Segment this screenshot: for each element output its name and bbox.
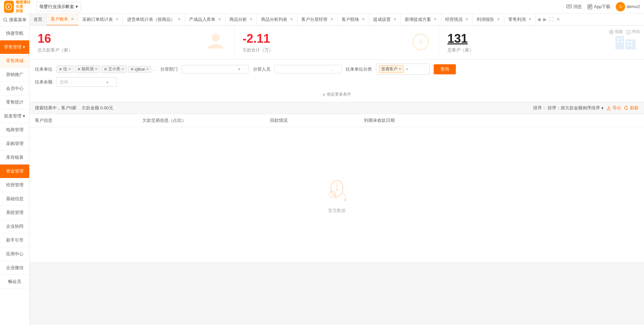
filter-row-2: 往来余额 选择... ▾	[35, 77, 639, 87]
sidebar-item-purchase[interactable]: 采购管理	[0, 137, 29, 151]
svg-rect-18	[627, 41, 629, 43]
stats-row: 16 总欠款客户（家） -2.11 欠款合计（万）	[30, 26, 644, 60]
stats-top-right: 视频 ? 帮助	[609, 29, 640, 35]
sidebar-item-operation[interactable]: 经营管理	[0, 178, 29, 192]
remove-unit-tag-3[interactable]: ✕	[146, 67, 149, 71]
manager-more[interactable]: ...	[330, 67, 333, 72]
message-icon	[566, 4, 572, 9]
sidebar-item-basic[interactable]: 基础信息	[0, 192, 29, 206]
tab-profit-report[interactable]: 利润报告 ✕	[473, 13, 504, 26]
tab-stock-stats[interactable]: 进货单统计表（按商品） ✕	[123, 13, 185, 26]
app-download-button[interactable]: App下载	[587, 4, 610, 10]
tab-maximize[interactable]: ⛶	[548, 17, 555, 22]
sidebar-item-member-vip[interactable]: 畅会员	[0, 275, 29, 289]
svg-marker-23	[611, 31, 613, 33]
remove-unit-tag-2[interactable]: ✕	[121, 67, 124, 71]
tab-bar: 首页 客户账本 ✕ 采购订单统计表 ✕ 进货单统计表（按商品） ✕ 产成品入库单…	[30, 13, 644, 26]
tab-close-icon[interactable]: ✕	[434, 17, 437, 22]
sidebar-item-app-center[interactable]: 应用中心	[0, 247, 29, 261]
user-profile[interactable]: D demo2	[616, 2, 640, 11]
tab-product-inbound[interactable]: 产成品入库单 ✕	[185, 13, 225, 26]
video-help-button[interactable]: 视频	[609, 29, 623, 35]
avatar: D	[616, 2, 625, 11]
more-tags-button[interactable]: ...	[153, 67, 156, 72]
unit-filter-label: 往来单位	[35, 66, 52, 72]
tab-close-icon[interactable]: ✕	[497, 17, 500, 22]
svg-rect-5	[589, 6, 591, 7]
refresh-button[interactable]: 刷新	[624, 105, 639, 111]
tab-close-icon[interactable]: ✕	[362, 17, 365, 22]
stat-total-customers: 131 总客户（家）	[439, 26, 644, 59]
tab-scroll-left[interactable]: ◀	[536, 17, 542, 22]
tab-close-icon[interactable]: ✕	[250, 17, 253, 22]
tab-customer-account[interactable]: 客户账本 ✕	[47, 13, 78, 26]
tab-purchase-order[interactable]: 采购订单统计表 ✕	[78, 13, 123, 26]
tab-product-analysis-list[interactable]: 商品分析列表 ✕	[257, 13, 297, 26]
empty-icon	[324, 176, 350, 204]
sidebar-item-enterprise[interactable]: 企业协同	[0, 220, 29, 233]
sidebar-item-nav[interactable]: 快捷导航	[0, 27, 29, 40]
sidebar-item-wholesale[interactable]: 批发管理 ▾	[0, 109, 29, 123]
dept-filter-select[interactable]: ▾	[182, 65, 249, 73]
tab-customer-segment[interactable]: 客户分层经营 ✕	[297, 13, 338, 26]
store-selector[interactable]: 母婴行业演示帐套 ▾	[36, 2, 81, 11]
export-button[interactable]: 导出	[606, 105, 621, 111]
remove-unit-tag-0[interactable]: ✕	[68, 67, 71, 71]
filter-row-1: 往来单位 ✕ 伍 ✕ ✕ 陈民强 ✕ ✕	[35, 64, 639, 75]
svg-rect-16	[617, 41, 619, 43]
sort-label: 排序：	[533, 105, 546, 111]
tab-close-icon[interactable]: ✕	[290, 17, 293, 22]
tab-scroll-right[interactable]: ▶	[542, 17, 548, 22]
unit-category-select[interactable]: 普通客户 ✕ ▾	[376, 64, 430, 75]
query-button[interactable]: 查询	[434, 64, 456, 74]
tab-business-status[interactable]: 经营情况 ✕	[441, 13, 473, 26]
sort-selector[interactable]: 排序： 排序：按欠款金额倒序排序 ▾	[533, 105, 604, 111]
sidebar-item-marketing[interactable]: 营销推广	[0, 68, 29, 82]
balance-filter-select[interactable]: 选择... ▾	[56, 77, 117, 87]
tab-close-icon[interactable]: ✕	[218, 17, 221, 22]
tab-close-icon[interactable]: ✕	[330, 17, 333, 22]
top-bar-right: 消息 App下载 D demo2	[566, 2, 640, 11]
tab-customer-contact[interactable]: 客户联络 ✕	[338, 13, 369, 26]
sidebar-item-guide[interactable]: 新手引导	[0, 233, 29, 247]
collapse-filters-button[interactable]: ∧ 收起更多条件	[35, 89, 639, 98]
tab-close-icon[interactable]: ✕	[71, 17, 74, 21]
result-bar: 搜索结果中，客户0家 欠款金额 0.00元 排序： 排序：按欠款金额倒序排序 ▾…	[30, 102, 644, 114]
svg-text:¥: ¥	[8, 5, 10, 9]
unit-tag-1: ✕ 陈民强 ✕	[75, 65, 100, 73]
svg-point-9	[212, 34, 219, 41]
messages-button[interactable]: 消息	[566, 4, 582, 10]
remove-unit-tag-1[interactable]: ✕	[95, 67, 98, 71]
search-menu-button[interactable]: 搜索菜单	[0, 13, 29, 27]
balance-filter-label: 往来余额	[35, 79, 52, 85]
overdue-customers-value: 16	[38, 32, 73, 46]
sidebar-item-wecom[interactable]: 企业微信	[0, 261, 29, 275]
col-due-date: 到期未收款日期	[364, 117, 639, 123]
sidebar-item-retail-stats[interactable]: 零售统计	[0, 96, 29, 109]
sidebar-item-system[interactable]: 系统管理	[0, 206, 29, 220]
manager-filter-select[interactable]: ...	[274, 65, 342, 73]
tab-close-icon[interactable]: ✕	[393, 17, 396, 22]
sidebar-item-retail[interactable]: 零售管理 ▾	[0, 40, 29, 54]
money-icon: ¥	[409, 32, 432, 53]
sidebar-item-retail-mall[interactable]: 零售商城	[0, 54, 29, 68]
unit-tag-0: ✕ 伍 ✕	[56, 65, 74, 73]
sidebar-item-ecommerce[interactable]: 电商管理	[0, 123, 29, 137]
sidebar-item-finance[interactable]: 资金管理	[0, 165, 29, 178]
tab-promo-settings[interactable]: 提成设置 ✕	[369, 13, 401, 26]
remove-category-tag[interactable]: ✕	[398, 67, 401, 71]
tab-home[interactable]: 首页	[30, 13, 47, 26]
unit-tag-2: ✕ 王小亮 ✕	[101, 65, 127, 73]
tab-close-icon[interactable]: ✕	[116, 17, 119, 22]
svg-rect-12	[615, 36, 624, 49]
tab-close-all[interactable]: ✕	[555, 17, 561, 22]
tab-retail-profit[interactable]: 零售利润 ✕	[504, 13, 536, 26]
sidebar-item-member[interactable]: 会员中心	[0, 82, 29, 96]
tab-close-icon[interactable]: ✕	[465, 17, 468, 22]
tab-product-analysis[interactable]: 商品分析 ✕	[225, 13, 257, 26]
help-button[interactable]: ? 帮助	[626, 29, 640, 35]
tab-close-icon[interactable]: ✕	[178, 17, 181, 22]
tab-new-promo-plan[interactable]: 新增提成方案 ✕	[401, 13, 441, 26]
tab-close-icon[interactable]: ✕	[528, 17, 531, 22]
sidebar-item-inventory[interactable]: 库存核算	[0, 151, 29, 165]
